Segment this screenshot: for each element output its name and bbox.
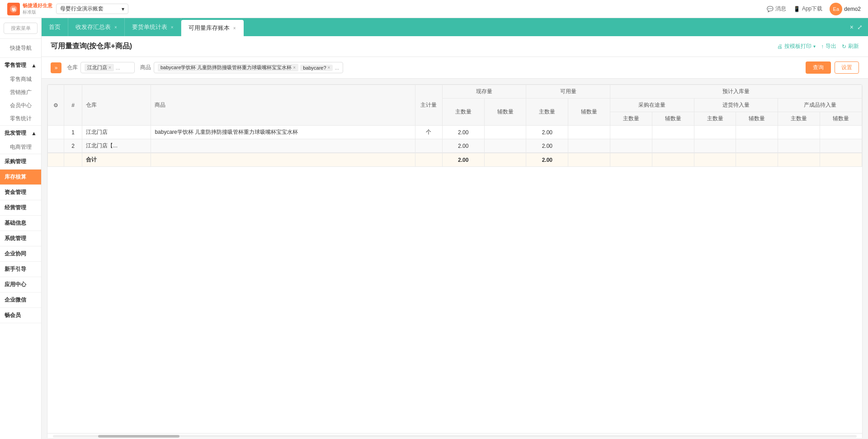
row2-warehouse: 江北门店【... [82, 139, 151, 153]
sidebar-header-inventory[interactable]: 库存核算 [0, 170, 41, 184]
sidebar-header-system[interactable]: 系统管理 [0, 231, 41, 246]
th-no: # [64, 85, 82, 126]
top-bar-left: 畅 畅捷通好生意 标准版 母婴行业演示账套 ▾ [7, 2, 128, 15]
row1-icon [48, 126, 64, 139]
tab-available-close[interactable]: × [233, 26, 236, 31]
sidebar-header-appcenter[interactable]: 应用中心 [0, 277, 41, 292]
logo-text-area: 畅捷通好生意 标准版 [23, 2, 52, 15]
tab-home[interactable]: 首页 [42, 18, 68, 36]
horizontal-scrollbar[interactable] [47, 433, 862, 439]
sidebar-retail-label: 零售管理 [5, 61, 26, 69]
footer-label: 合计 [82, 153, 151, 167]
query-btn[interactable]: 查询 [806, 61, 831, 74]
warehouse-ellipsis: ... [116, 65, 120, 71]
footer-inbound-main [694, 153, 736, 167]
row1-purchase-main [610, 126, 652, 139]
th-stock-main: 主数量 [442, 99, 484, 126]
product-label: 商品 [140, 64, 151, 71]
tab-receipts-close[interactable]: × [114, 25, 117, 30]
sidebar-header-purchase[interactable]: 采购管理 [0, 154, 41, 169]
warehouse-label: 仓库 [67, 64, 78, 71]
row1-inbound-main [694, 126, 736, 139]
sidebar-section-wholesale: 批发管理 ▲ 电商管理 [0, 126, 41, 154]
tab-expand-btn[interactable]: ⤢ [857, 24, 863, 31]
sidebar-header-wechat[interactable]: 企业微信 [0, 293, 41, 307]
sidebar-section-appcenter: 应用中心 [0, 277, 41, 293]
row2-inbound-main [694, 139, 736, 153]
warehouse-tag-1-close[interactable]: × [108, 65, 111, 70]
row1-purchase-aux [652, 126, 694, 139]
sidebar-item-retail-mall[interactable]: 零售商城 [0, 73, 41, 86]
product-tag-2-close[interactable]: × [328, 65, 330, 70]
sidebar-section-system: 系统管理 [0, 231, 41, 246]
search-menu-btn[interactable]: 搜索菜单 [4, 23, 38, 34]
product-tag-1-close[interactable]: × [293, 65, 296, 70]
tab-receipts[interactable]: 收发存汇总表 × [68, 18, 125, 36]
app-download-btn[interactable]: 📱 App下载 [793, 5, 822, 13]
sidebar-finance-label: 资金管理 [5, 189, 26, 196]
chevron-icon-retail: ▲ [31, 62, 37, 69]
quick-nav-area: 快捷导航 [0, 39, 41, 58]
sidebar-wechat-label: 企业微信 [5, 296, 26, 304]
sidebar: 搜索菜单 快捷导航 零售管理 ▲ 零售商城 营销推广 会员中心 零售统计 批发管… [0, 18, 42, 439]
th-inbound-aux: 辅数量 [736, 112, 778, 126]
sidebar-item-members[interactable]: 会员中心 [0, 99, 41, 112]
product-tag-1-text: babycare学饮杯 儿童防摔防撞吸管杯重力球吸嘴杯宝宝水杯 [160, 64, 292, 71]
print-icon: 🖨 [777, 43, 783, 50]
product-ellipsis: ... [335, 65, 339, 71]
th-stock-aux: 辅数量 [484, 99, 526, 126]
sidebar-section-vip: 畅会员 [0, 308, 41, 323]
footer-no-cell [64, 153, 82, 167]
th-production-group: 产成品待入量 [778, 99, 862, 112]
tab-close-all-btn[interactable]: × [850, 24, 854, 31]
refresh-label: 刷新 [848, 42, 859, 50]
table-container: ⚙ # 仓库 商品 主计量 现存量 可用量 预计入库量 [47, 85, 862, 433]
th-available-aux: 辅数量 [568, 99, 610, 126]
sidebar-header-retail[interactable]: 零售管理 ▲ [0, 58, 41, 73]
row2-product [151, 139, 415, 153]
tenant-selector[interactable]: 母婴行业演示账套 ▾ [56, 4, 128, 14]
sidebar-item-quicknav[interactable]: 快捷导航 [0, 42, 41, 55]
settings-btn[interactable]: 设置 [835, 61, 859, 74]
export-icon: ↑ [821, 43, 824, 50]
sidebar-header-basic[interactable]: 基础信息 [0, 216, 41, 231]
sidebar-header-vip[interactable]: 畅会员 [0, 308, 41, 323]
sidebar-item-marketing[interactable]: 营销推广 [0, 86, 41, 99]
row1-production-aux [820, 126, 862, 139]
template-print-btn[interactable]: 🖨 按模板打印 ▾ [777, 42, 816, 50]
sidebar-header-enterprise[interactable]: 企业协同 [0, 246, 41, 261]
top-bar-right: 💬 消息 📱 App下载 Ea demo2 [767, 3, 861, 15]
row2-stock-aux [484, 139, 526, 153]
footer-stock-aux [484, 153, 526, 167]
chevron-icon-wholesale: ▲ [31, 130, 37, 137]
tab-available[interactable]: 可用量库存账本 × [181, 20, 244, 36]
column-settings-icon[interactable]: ⚙ [53, 102, 58, 109]
sidebar-header-wholesale[interactable]: 批发管理 ▲ [0, 126, 41, 141]
footer-icon-cell [48, 153, 64, 167]
user-area[interactable]: Ea demo2 [830, 3, 861, 15]
message-btn[interactable]: 💬 消息 [767, 5, 786, 13]
table-wrapper: ⚙ # 仓库 商品 主计量 现存量 可用量 预计入库量 [47, 84, 863, 439]
sidebar-item-retail-stats[interactable]: 零售统计 [0, 112, 41, 125]
sidebar-system-label: 系统管理 [5, 235, 26, 242]
sidebar-header-finance[interactable]: 资金管理 [0, 185, 41, 200]
sidebar-section-operations: 经营管理 [0, 200, 41, 216]
row1-available-main: 2.00 [526, 126, 568, 139]
sidebar-header-newbie[interactable]: 新手引导 [0, 262, 41, 277]
row2-inbound-aux [736, 139, 778, 153]
sidebar-section-newbie: 新手引导 [0, 262, 41, 277]
th-inbound-main: 主数量 [694, 112, 736, 126]
th-stock-group: 现存量 [442, 85, 526, 99]
export-btn[interactable]: ↑ 导出 [821, 42, 836, 50]
tab-orders-close[interactable]: × [171, 25, 174, 30]
filter-expand-btn[interactable]: » [51, 62, 61, 73]
refresh-btn[interactable]: ↻ 刷新 [842, 42, 859, 50]
message-icon: 💬 [767, 6, 774, 12]
sidebar-header-operations[interactable]: 经营管理 [0, 200, 41, 215]
top-bar: 畅 畅捷通好生意 标准版 母婴行业演示账套 ▾ 💬 消息 📱 App下载 Ea … [0, 0, 868, 18]
sidebar-item-ecommerce[interactable]: 电商管理 [0, 141, 41, 154]
tab-orders[interactable]: 要货单统计表 × [125, 18, 181, 36]
sidebar-wholesale-label: 批发管理 [5, 129, 26, 137]
row1-mainunit: 个 [415, 126, 442, 139]
row1-no: 1 [64, 126, 82, 139]
